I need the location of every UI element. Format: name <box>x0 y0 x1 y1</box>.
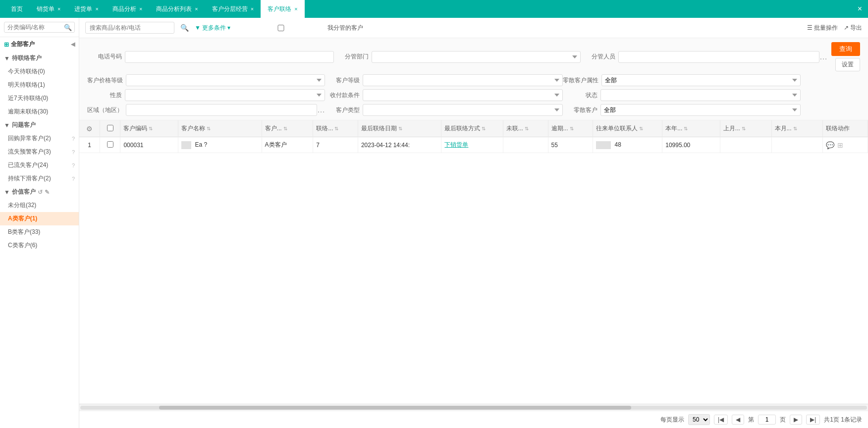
price-level-select[interactable] <box>126 74 325 86</box>
th-prevcontact[interactable]: 往来单位联系人 ⇅ <box>593 120 662 137</box>
close-product-list-tab[interactable]: × <box>195 6 198 12</box>
customer-level-select[interactable] <box>363 74 563 86</box>
close-product-analysis-tab[interactable]: × <box>139 6 142 12</box>
select-all-checkbox[interactable] <box>107 125 113 131</box>
section-problem-customers[interactable]: ▼ 问题客户 <box>0 118 79 132</box>
my-customers-checkbox[interactable] <box>236 25 326 31</box>
th-overdue[interactable]: 逾期... ⇅ <box>548 120 593 137</box>
sidebar-item-churned[interactable]: 已流失客户(24) ? <box>0 159 79 172</box>
payment-select[interactable] <box>363 89 563 101</box>
close-customer-segment-tab[interactable]: × <box>251 6 254 12</box>
dept-select[interactable] <box>372 51 581 63</box>
sidebar-search-icon[interactable]: 🔍 <box>64 24 72 31</box>
setting-button[interactable]: 设置 <box>835 58 860 71</box>
last-page-btn[interactable]: ▶| <box>806 415 820 425</box>
sidebar-item-week[interactable]: 近7天待联络(0) <box>0 92 79 105</box>
my-customers-checkbox-label[interactable]: 我分管的客户 <box>236 24 363 32</box>
th-thismonth[interactable]: 本月... ⇅ <box>771 120 823 137</box>
sidebar-all-customers-header[interactable]: ⊞ 全部客户 ◀ <box>0 37 79 52</box>
close-purchase-tab[interactable]: × <box>95 6 98 12</box>
sidebar-item-tomorrow[interactable]: 明天待联络(1) <box>0 78 79 92</box>
sidebar-item-declining[interactable]: 持续下滑客户(2) ? <box>0 172 79 185</box>
sidebar-item-class-c[interactable]: C类客户(6) <box>0 239 79 252</box>
nav-product-analysis[interactable]: 商品分析 × <box>106 0 149 18</box>
customer-type-select[interactable] <box>363 104 563 116</box>
scrollbar-track[interactable] <box>80 406 867 410</box>
phone-input[interactable] <box>125 51 334 63</box>
pagination-bar: 每页显示 50 |◀ ◀ 第 页 ▶ ▶| 共1页 1条记录 <box>79 411 868 428</box>
sidebar-item-today[interactable]: 今天待联络(0) <box>0 65 79 78</box>
sidebar-item-churn-warning[interactable]: 流失预警客户(3) ? <box>0 145 79 159</box>
search-input[interactable] <box>85 22 174 34</box>
th-gear[interactable]: ⚙ <box>79 120 100 137</box>
query-button[interactable]: 查询 <box>831 42 860 56</box>
nature-select[interactable] <box>125 89 325 101</box>
sidebar-item-unclassified[interactable]: 未分组(32) <box>0 199 79 212</box>
close-customer-contact-tab[interactable]: × <box>294 6 297 12</box>
th-name[interactable]: 客户名称 ⇅ <box>178 120 262 137</box>
customer-level-label: 客户等级 <box>325 76 360 85</box>
sidebar-item-repurchase-abnormal[interactable]: 回购异常客户(2) ? <box>0 132 79 145</box>
horizontal-scrollbar[interactable] <box>79 404 868 411</box>
first-page-btn[interactable]: |◀ <box>714 415 728 425</box>
nav-sales[interactable]: 销货单 × <box>30 0 67 18</box>
region-label: 区域（地区） <box>87 106 123 114</box>
region-more-btn[interactable]: … <box>317 106 325 114</box>
price-level-label: 客户价格等级 <box>87 76 123 85</box>
person-more-btn[interactable]: … <box>819 53 827 61</box>
dept-label: 分管部门 <box>334 53 369 61</box>
status-select[interactable] <box>600 89 801 101</box>
nav-customer-contact[interactable]: 客户联络 × <box>261 0 304 18</box>
nav-product-list[interactable]: 商品分析列表 × <box>149 0 205 18</box>
row-checkbox[interactable] <box>107 141 113 148</box>
refresh-value-icon[interactable]: ↺ <box>38 189 43 196</box>
person-input[interactable] <box>618 51 819 63</box>
th-code[interactable]: 客户编码 ⇅ <box>120 120 178 137</box>
th-lastdate[interactable]: 最后联络日期 ⇅ <box>358 120 441 137</box>
region-input[interactable] <box>126 104 317 116</box>
section-pending-contact[interactable]: ▼ 待联络客户 <box>0 52 79 65</box>
nav-purchase[interactable]: 进货单 × <box>67 0 105 18</box>
th-lastmonth[interactable]: 上月... ⇅ <box>720 120 771 137</box>
sidebar-item-class-b[interactable]: B类客户(33) <box>0 225 79 239</box>
qr-icon[interactable]: ⊞ <box>837 141 843 149</box>
main-layout: 🔍 ⊞ 全部客户 ◀ ▼ 待联络客户 今天待联络(0) 明天待联络(1) 近7天… <box>0 18 868 428</box>
nav-home[interactable]: 首页 <box>4 0 30 18</box>
current-page-input[interactable] <box>758 415 776 425</box>
export-btn[interactable]: ↗ 导出 <box>844 24 862 32</box>
row-check[interactable] <box>100 137 120 153</box>
sidebar-item-class-a[interactable]: A类客户(1) <box>0 212 79 225</box>
retail-attr-select[interactable]: 全部 <box>601 74 801 86</box>
row-lastway-link[interactable]: 下销货单 <box>444 141 468 148</box>
th-thisyear[interactable]: 本年... ⇅ <box>662 120 720 137</box>
th-level[interactable]: 客户... ⇅ <box>262 120 313 137</box>
th-lastway[interactable]: 最后联络方式 ⇅ <box>441 120 503 137</box>
close-sales-tab[interactable]: × <box>57 6 60 12</box>
more-conditions-btn[interactable]: ▼ 更多条件 ▾ <box>195 24 230 32</box>
scrollbar-thumb[interactable] <box>159 406 631 410</box>
phone-label: 电话号码 <box>87 53 122 61</box>
filter-search-icon[interactable]: 🔍 <box>180 24 189 32</box>
filter-cell-payment: 收付款条件 <box>325 89 563 101</box>
prev-page-btn[interactable]: ◀ <box>732 415 744 425</box>
sidebar-collapse-btn[interactable]: ◀ <box>71 41 75 48</box>
th-notcontact[interactable]: 未联... ⇅ <box>503 120 548 137</box>
row-thismonth <box>771 137 823 153</box>
th-check[interactable] <box>100 120 120 137</box>
chat-icon[interactable]: 💬 <box>826 141 834 149</box>
retail-select[interactable]: 全部 <box>600 104 801 116</box>
section-value-customers[interactable]: ▼ 价值客户 ↺ ✎ <box>0 185 79 199</box>
nav-customer-segment[interactable]: 客户分层经营 × <box>205 0 261 18</box>
row-lastway[interactable]: 下销货单 <box>441 137 503 153</box>
batch-operation-btn[interactable]: ☰ 批量操作 <box>807 24 838 32</box>
per-page-select[interactable]: 50 <box>688 414 710 425</box>
sidebar-search-area: 🔍 <box>0 18 79 37</box>
global-close-btn[interactable]: × <box>858 4 862 13</box>
help-icon-1: ? <box>72 136 75 142</box>
sidebar-item-overdue[interactable]: 逾期未联络(30) <box>0 105 79 118</box>
next-page-btn[interactable]: ▶ <box>790 415 802 425</box>
th-contact[interactable]: 联络... ⇅ <box>313 120 358 137</box>
gear-icon[interactable]: ⚙ <box>86 125 93 133</box>
edit-value-icon[interactable]: ✎ <box>45 189 50 196</box>
sort-overdue-icon: ⇅ <box>570 126 574 131</box>
